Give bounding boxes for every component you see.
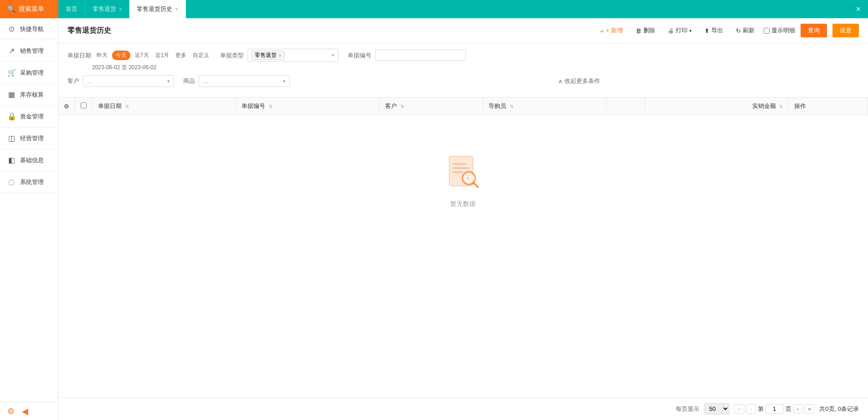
goods-placeholder: ... (203, 77, 208, 85)
shortcut-1month[interactable]: 近1月 (154, 51, 171, 60)
bill-no-input[interactable] (375, 50, 466, 61)
th-actual-amount[interactable]: 实销金额 ⇅ (645, 97, 789, 115)
svg-rect-2 (452, 167, 470, 169)
sidebar-label-finance-mgmt: 资金管理 (20, 113, 44, 121)
th-settings[interactable]: ⚙ (58, 97, 75, 115)
show-detail-checkbox[interactable] (764, 28, 770, 34)
customer-placeholder: ... (87, 77, 92, 85)
per-page-select[interactable]: 10 20 50 100 (704, 403, 729, 415)
show-detail-toggle[interactable]: 显示明细 (764, 26, 795, 35)
sidebar-item-system-mgmt[interactable]: ◌ 系统管理 (0, 171, 58, 193)
table-container: ⚙ 单据日期 ⇅ 单据编号 ⇅ (58, 97, 868, 397)
filter-row-2: 客户 ... ▾ 商品 ... ▾ ∧ 收起更多 (67, 75, 859, 87)
page-unit: 页 (786, 405, 791, 413)
first-page-button[interactable]: « (734, 404, 745, 414)
tabs-container: 首页 零售退货 × 零售退货历史 × (58, 0, 856, 18)
export-button[interactable]: ⬆ 导出 (701, 25, 727, 36)
tab-retail-return-history-close[interactable]: × (175, 6, 178, 12)
next-page-button[interactable]: › (793, 404, 802, 414)
per-page-label: 每页显示 (676, 405, 699, 413)
bill-type-arrow: ▾ (332, 52, 334, 58)
page-title: 零售退货历史 (67, 26, 111, 36)
settings-bottom-icon[interactable]: ⚙ (7, 406, 15, 416)
th-bill-date[interactable]: 单据日期 ⇅ (92, 97, 236, 115)
search-menu-label: 搜索菜单 (19, 5, 44, 13)
search-menu[interactable]: 🔍 搜索菜单 (0, 0, 58, 18)
sidebar-item-operations-mgmt[interactable]: ◫ 经营管理 (0, 128, 58, 149)
sidebar-bottom: ⚙ ◀ (0, 402, 58, 420)
th-guide-label: 导购员 (488, 102, 506, 109)
page-nav: « ‹ 第 页 › » (734, 404, 815, 414)
inventory-icon: ▦ (7, 90, 15, 99)
tab-home[interactable]: 首页 (58, 0, 85, 18)
show-detail-label: 显示明细 (771, 26, 795, 35)
sidebar-item-quick-nav[interactable]: ⊙ 快捷导航 (0, 18, 58, 40)
customer-label: 客户 (67, 77, 79, 85)
shortcut-custom[interactable]: 自定义 (191, 51, 211, 60)
bill-type-input[interactable]: 零售退货 × ▾ (247, 49, 339, 62)
new-button[interactable]: + + 新增 (596, 25, 627, 36)
column-settings-icon[interactable]: ⚙ (64, 103, 69, 110)
filter-row-1: 单据日期 昨天 今天 近7天 近1月 更多 自定义 单据类型 (67, 49, 859, 62)
th-guide[interactable]: 导购员 ⇅ (483, 97, 606, 115)
sidebar-label-system-mgmt: 系统管理 (20, 178, 44, 186)
new-icon: + (600, 27, 604, 35)
page-summary: 共0页, 0条记录 (819, 405, 859, 413)
sidebar-label-operations-mgmt: 经营管理 (20, 134, 44, 143)
tab-retail-return[interactable]: 零售退货 × (85, 0, 129, 18)
prev-page-button[interactable]: ‹ (746, 404, 755, 414)
sidebar-item-inventory[interactable]: ▦ 库存核算 (0, 84, 58, 106)
sidebar-label-inventory: 库存核算 (20, 91, 44, 99)
svg-line-6 (473, 183, 478, 187)
system-icon: ◌ (7, 178, 15, 186)
date-filter-group: 单据日期 昨天 今天 近7天 近1月 更多 自定义 (67, 51, 211, 60)
goods-arrow: ▾ (283, 78, 286, 84)
date-range-text: 2023-06-02 至 2023-06-02 (92, 64, 156, 71)
query-button[interactable]: 查询 (801, 24, 827, 37)
operations-icon: ◫ (7, 134, 15, 143)
tab-retail-return-history[interactable]: 零售退货历史 × (129, 0, 185, 18)
content-area: 零售退货历史 + + 新增 🗑 删除 🖨 打印 ▾ ⬆ 导出 (58, 18, 868, 420)
last-page-button[interactable]: » (804, 404, 815, 414)
settings-button[interactable]: 设置 (832, 24, 859, 37)
sidebar-item-purchase-mgmt[interactable]: 🛒 采购管理 (0, 62, 58, 84)
select-all-checkbox[interactable] (81, 102, 87, 108)
th-customer[interactable]: 客户 ⇅ (380, 97, 483, 115)
shortcut-more[interactable]: 更多 (174, 51, 188, 60)
th-operation: 操作 (789, 97, 868, 115)
volume-icon[interactable]: ◀ (22, 406, 28, 416)
refresh-button[interactable]: ↻ 刷新 (732, 25, 758, 36)
sidebar-label-quick-nav: 快捷导航 (20, 25, 44, 33)
collapse-arrow-icon: ∧ (558, 78, 563, 85)
shortcut-today[interactable]: 今天 (112, 51, 130, 60)
tab-retail-return-close[interactable]: × (119, 6, 122, 12)
goods-input[interactable]: ... ▾ (199, 75, 290, 87)
sidebar-item-finance-mgmt[interactable]: 🔒 资金管理 (0, 106, 58, 128)
goods-filter-group: 商品 ... ▾ (183, 75, 290, 87)
bill-date-sort-icon: ⇅ (125, 104, 129, 109)
empty-state-icon: ✦ (442, 152, 483, 193)
shortcut-yesterday[interactable]: 昨天 (95, 51, 109, 60)
th-customer-label: 客户 (385, 102, 397, 109)
filter-area: 单据日期 昨天 今天 近7天 近1月 更多 自定义 单据类型 (58, 43, 868, 97)
sidebar-item-basic-info[interactable]: ◧ 基础信息 (0, 149, 58, 171)
empty-cell: ✦ 暂无数据 (58, 115, 868, 245)
page-input[interactable] (765, 404, 784, 414)
basic-info-icon: ◧ (7, 156, 15, 164)
delete-button[interactable]: 🗑 删除 (632, 25, 659, 36)
th-spacer (606, 97, 645, 115)
bill-type-tag-remove[interactable]: × (278, 53, 281, 58)
topbar-close-button[interactable]: × (856, 5, 868, 14)
delete-icon: 🗑 (636, 27, 642, 34)
customer-sort-icon: ⇅ (401, 104, 404, 109)
sidebar-item-sales-mgmt[interactable]: ↗ 销售管理 (0, 40, 58, 62)
customer-input[interactable]: ... ▾ (83, 75, 174, 87)
bill-type-tag-text: 零售退货 (255, 51, 277, 59)
search-icon: 🔍 (7, 5, 16, 13)
collapse-button[interactable]: ∧ 收起更多条件 (553, 75, 606, 87)
th-bill-no[interactable]: 单据编号 ⇅ (236, 97, 380, 115)
shortcut-7days[interactable]: 近7天 (133, 51, 151, 60)
print-button[interactable]: 🖨 打印 ▾ (664, 25, 695, 36)
empty-state-text: 暂无数据 (450, 200, 476, 208)
header-actions: + + 新增 🗑 删除 🖨 打印 ▾ ⬆ 导出 ↻ (596, 24, 859, 37)
